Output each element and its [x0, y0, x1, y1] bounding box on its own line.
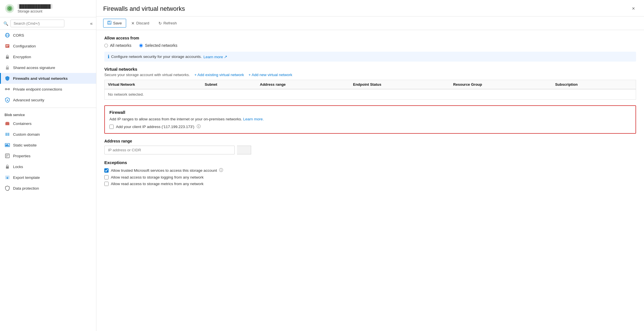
main-content: Firewalls and virtual networks × Save ✕ … — [96, 0, 644, 331]
refresh-button[interactable]: ↻ Refresh — [154, 19, 181, 27]
address-range-label: Address range — [104, 139, 636, 143]
toolbar: Save ✕ Discard ↻ Refresh — [96, 16, 644, 30]
learn-more-link[interactable]: Learn more ↗ — [204, 55, 228, 59]
selected-networks-option[interactable]: Selected networks — [139, 43, 177, 48]
exception-row-0: Allow trusted Microsoft services to acce… — [104, 168, 636, 173]
sidebar-item-containers-label: Containers — [13, 121, 31, 126]
firewall-learn-more-link[interactable]: Learn more. — [243, 117, 264, 121]
info-text: Configure network security for your stor… — [111, 55, 202, 59]
search-input[interactable] — [10, 20, 64, 27]
add-existing-vnet-link[interactable]: + Add existing virtual network — [194, 73, 244, 77]
address-input[interactable] — [104, 146, 235, 154]
save-label: Save — [113, 21, 122, 25]
close-button[interactable]: × — [630, 5, 637, 13]
discard-button[interactable]: ✕ Discard — [127, 19, 153, 27]
exception-checkbox-0[interactable] — [104, 168, 109, 173]
no-network-cell: No network selected. — [105, 89, 636, 100]
sidebar: ⚙ ████████████ Storage account 🔍 « CORS … — [0, 0, 96, 331]
col-address-range: Address range — [257, 80, 350, 89]
all-networks-label: All networks — [110, 43, 131, 48]
access-radio-group: All networks Selected networks — [104, 43, 636, 48]
collapse-button[interactable]: « — [90, 21, 93, 26]
save-icon — [107, 21, 111, 26]
sidebar-item-sas-label: Shared access signature — [13, 66, 55, 70]
sidebar-item-locks-label: Locks — [13, 165, 23, 169]
svg-point-12 — [8, 89, 10, 90]
configuration-icon — [5, 43, 10, 49]
storage-account-label: Storage account — [18, 9, 52, 13]
sidebar-item-static-website[interactable]: Static website — [0, 140, 96, 150]
sidebar-item-firewalls-label: Firewalls and virtual networks — [13, 76, 68, 81]
locks-icon — [5, 164, 10, 169]
all-networks-option[interactable]: All networks — [104, 43, 131, 48]
svg-rect-29 — [6, 166, 9, 169]
sidebar-item-advanced-security-label: Advanced security — [13, 98, 44, 102]
static-website-icon — [5, 142, 10, 148]
no-network-row: No network selected. — [105, 89, 636, 100]
all-networks-radio[interactable] — [104, 44, 108, 47]
blob-service-label: Blob service — [0, 110, 96, 118]
sidebar-item-firewalls[interactable]: Firewalls and virtual networks — [0, 73, 96, 84]
custom-domain-icon — [5, 131, 10, 137]
selected-networks-radio[interactable] — [139, 44, 143, 47]
address-input-add-area — [237, 146, 251, 154]
exception-checkbox-2[interactable] — [104, 182, 109, 186]
add-new-vnet-link[interactable]: + Add new virtual network — [249, 73, 292, 77]
sidebar-item-containers[interactable]: Containers — [0, 118, 96, 129]
client-ip-checkbox[interactable] — [109, 125, 114, 129]
info-icon: ℹ — [108, 54, 109, 59]
firewall-section: Firewall Add IP ranges to allow access f… — [104, 105, 636, 134]
svg-rect-32 — [108, 21, 110, 22]
exception-row-2: Allow read access to storage metrics fro… — [104, 182, 636, 186]
sidebar-item-encryption[interactable]: Encryption — [0, 51, 96, 62]
save-button[interactable]: Save — [103, 19, 126, 28]
address-input-row — [104, 146, 636, 154]
exception-checkbox-1[interactable] — [104, 175, 109, 179]
sidebar-item-data-protection[interactable]: Data protection — [0, 183, 96, 194]
firewall-desc-text: Add IP ranges to allow access from the i… — [109, 117, 242, 121]
sidebar-item-data-protection-label: Data protection — [13, 186, 39, 190]
svg-rect-24 — [8, 145, 9, 146]
sidebar-item-encryption-label: Encryption — [13, 55, 31, 59]
info-bar: ℹ Configure network security for your st… — [104, 52, 636, 62]
sidebar-item-configuration[interactable]: Configuration — [0, 41, 96, 51]
virtual-network-table: Virtual Network Subnet Address range End… — [104, 80, 636, 100]
page-title: Firewalls and virtual networks — [103, 5, 625, 12]
refresh-label: Refresh — [164, 21, 177, 25]
properties-icon — [5, 153, 10, 159]
svg-rect-33 — [108, 23, 111, 24]
firewall-icon — [5, 76, 10, 81]
svg-rect-7 — [6, 45, 9, 46]
exception-label-0: Allow trusted Microsoft services to acce… — [111, 168, 217, 173]
sidebar-item-static-website-label: Static website — [13, 143, 37, 147]
client-ip-info-icon: ⓘ — [197, 124, 201, 129]
export-template-icon — [5, 175, 10, 180]
discard-icon: ✕ — [131, 21, 135, 26]
exception-label-2: Allow read access to storage metrics fro… — [111, 182, 204, 186]
sidebar-item-advanced-security[interactable]: Advanced security — [0, 95, 96, 105]
sidebar-item-cors[interactable]: CORS — [0, 30, 96, 41]
encryption-icon — [5, 54, 10, 60]
sidebar-item-export-template[interactable]: Export template — [0, 172, 96, 183]
exception-info-icon-0: ⓘ — [219, 168, 223, 173]
nav-items: CORS Configuration Encryption Shared acc… — [0, 30, 96, 331]
svg-rect-8 — [6, 46, 8, 47]
sidebar-item-properties[interactable]: Properties — [0, 150, 96, 161]
sidebar-item-configuration-label: Configuration — [13, 44, 36, 48]
sidebar-item-shared-access-signature[interactable]: Shared access signature — [0, 62, 96, 73]
sidebar-item-private-endpoints[interactable]: Private endpoint connections — [0, 84, 96, 95]
storage-account-icon: ⚙ — [5, 3, 15, 14]
blob-service-divider — [0, 108, 96, 108]
sidebar-item-custom-domain[interactable]: Custom domain — [0, 129, 96, 140]
refresh-icon: ↻ — [158, 21, 162, 26]
svg-rect-23 — [7, 144, 8, 146]
svg-rect-16 — [6, 122, 9, 123]
sidebar-item-locks[interactable]: Locks — [0, 161, 96, 172]
svg-rect-15 — [5, 122, 9, 125]
table-header: Virtual Network Subnet Address range End… — [105, 80, 636, 89]
firewall-title: Firewall — [109, 110, 631, 115]
cors-icon — [5, 32, 10, 38]
svg-rect-22 — [6, 145, 7, 146]
discard-label: Discard — [136, 21, 149, 25]
advanced-security-icon — [5, 97, 10, 103]
